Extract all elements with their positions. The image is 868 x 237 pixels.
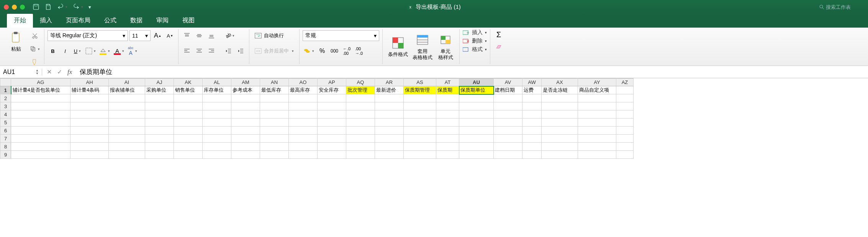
cell-AY3[interactable] xyxy=(578,102,616,110)
cell-AG6[interactable] xyxy=(11,127,70,135)
cell-AR2[interactable] xyxy=(375,94,404,102)
cell-AO6[interactable] xyxy=(289,127,318,135)
delete-cells-button[interactable]: ×删除▾ xyxy=(463,38,487,44)
cell-AV7[interactable] xyxy=(494,135,522,143)
align-right-button[interactable] xyxy=(206,46,217,56)
cell-AO9[interactable] xyxy=(289,151,318,159)
cell-AH9[interactable] xyxy=(70,151,109,159)
cell-AJ6[interactable] xyxy=(145,127,174,135)
cell-AW4[interactable] xyxy=(522,110,542,118)
col-header-AS[interactable]: AS xyxy=(404,79,436,86)
cell-AX1[interactable]: 是否走冻链 xyxy=(542,86,578,94)
col-header-AV[interactable]: AV xyxy=(494,79,522,86)
cell-AI1[interactable]: 报表辅单位 xyxy=(109,86,145,94)
align-center-button[interactable] xyxy=(194,46,205,56)
cell-AJ5[interactable] xyxy=(145,118,174,127)
cell-AP2[interactable] xyxy=(318,94,346,102)
cell-AM3[interactable] xyxy=(231,102,260,110)
cell-AI9[interactable] xyxy=(109,151,145,159)
tab-插入[interactable]: 插入 xyxy=(33,13,59,28)
decrease-font-button[interactable]: A▾ xyxy=(164,30,175,41)
col-header-AY[interactable]: AY xyxy=(578,79,616,86)
cell-AS3[interactable] xyxy=(404,102,436,110)
cell-AX7[interactable] xyxy=(542,135,578,143)
cell-AR3[interactable] xyxy=(375,102,404,110)
cell-AH4[interactable] xyxy=(70,110,109,118)
cell-AQ5[interactable] xyxy=(346,118,375,127)
formula-input[interactable] xyxy=(77,68,868,76)
cell-AY5[interactable] xyxy=(578,118,616,127)
increase-font-button[interactable]: A▴ xyxy=(152,30,163,41)
bold-button[interactable]: B xyxy=(47,46,58,56)
cell-AM7[interactable] xyxy=(231,135,260,143)
row-header-5[interactable]: 5 xyxy=(0,118,11,127)
cell-AO5[interactable] xyxy=(289,118,318,127)
copy-button[interactable] xyxy=(28,44,41,54)
wrap-text-button[interactable]: 自动换行 xyxy=(252,30,286,41)
cell-AH2[interactable] xyxy=(70,94,109,102)
cell-AL7[interactable] xyxy=(203,135,231,143)
cell-AT6[interactable] xyxy=(436,127,459,135)
cell-AP9[interactable] xyxy=(318,151,346,159)
col-header-AP[interactable]: AP xyxy=(318,79,346,86)
cell-AZ5[interactable] xyxy=(616,118,634,127)
name-box[interactable]: AU1 ▲▼ xyxy=(0,69,42,76)
cell-AZ4[interactable] xyxy=(616,110,634,118)
cell-AR5[interactable] xyxy=(375,118,404,127)
col-header-AZ[interactable]: AZ xyxy=(616,79,634,86)
cell-AP1[interactable]: 安全库存 xyxy=(318,86,346,94)
cell-AW1[interactable]: 运费 xyxy=(522,86,542,94)
cell-AK7[interactable] xyxy=(174,135,203,143)
cell-AY1[interactable]: 商品自定义项 xyxy=(578,86,616,94)
cell-AK8[interactable] xyxy=(174,143,203,151)
cell-AW5[interactable] xyxy=(522,118,542,127)
cell-AQ8[interactable] xyxy=(346,143,375,151)
autosum-button[interactable]: Σ xyxy=(493,29,504,40)
cell-AH1[interactable]: 辅计量4条码 xyxy=(70,86,109,94)
cell-AK2[interactable] xyxy=(174,94,203,102)
format-cells-button[interactable]: 格式▾ xyxy=(463,46,487,53)
cell-AR4[interactable] xyxy=(375,110,404,118)
row-header-8[interactable]: 8 xyxy=(0,143,11,151)
cell-AR9[interactable] xyxy=(375,151,404,159)
cell-AS8[interactable] xyxy=(404,143,436,151)
cell-AS2[interactable] xyxy=(404,94,436,102)
cell-AM6[interactable] xyxy=(231,127,260,135)
cell-AT5[interactable] xyxy=(436,118,459,127)
cell-AZ9[interactable] xyxy=(616,151,634,159)
minimize-window[interactable] xyxy=(12,5,17,10)
increase-indent-button[interactable] xyxy=(235,46,246,56)
cell-AO2[interactable] xyxy=(289,94,318,102)
cell-AG8[interactable] xyxy=(11,143,70,151)
cell-AV5[interactable] xyxy=(494,118,522,127)
orientation-button[interactable]: ab xyxy=(223,30,236,41)
merge-center-button[interactable]: 合并后居中 xyxy=(252,46,296,56)
cell-AX2[interactable] xyxy=(542,94,578,102)
cell-AH8[interactable] xyxy=(70,143,109,151)
cell-AG9[interactable] xyxy=(11,151,70,159)
cell-AQ6[interactable] xyxy=(346,127,375,135)
cell-AG1[interactable]: 辅计量4是否包装单位 xyxy=(11,86,70,94)
col-header-AI[interactable]: AI xyxy=(109,79,145,86)
cell-AN6[interactable] xyxy=(260,127,289,135)
cell-AI8[interactable] xyxy=(109,143,145,151)
cell-AN7[interactable] xyxy=(260,135,289,143)
cell-AP4[interactable] xyxy=(318,110,346,118)
cell-AI3[interactable] xyxy=(109,102,145,110)
cell-AQ1[interactable]: 批次管理 xyxy=(346,86,375,94)
cancel-formula-button[interactable]: ✕ xyxy=(47,68,52,76)
col-header-AR[interactable]: AR xyxy=(375,79,404,86)
cell-AQ3[interactable] xyxy=(346,102,375,110)
cell-AP6[interactable] xyxy=(318,127,346,135)
cell-AX8[interactable] xyxy=(542,143,578,151)
name-box-stepper[interactable]: ▲▼ xyxy=(36,69,39,75)
save-button[interactable] xyxy=(45,3,52,10)
cell-AI2[interactable] xyxy=(109,94,145,102)
cell-AQ4[interactable] xyxy=(346,110,375,118)
cell-AP8[interactable] xyxy=(318,143,346,151)
cell-AJ4[interactable] xyxy=(145,110,174,118)
search-box[interactable] xyxy=(819,4,864,10)
cell-AN8[interactable] xyxy=(260,143,289,151)
cell-AS5[interactable] xyxy=(404,118,436,127)
conditional-format-button[interactable]: 条件格式 xyxy=(386,35,410,59)
